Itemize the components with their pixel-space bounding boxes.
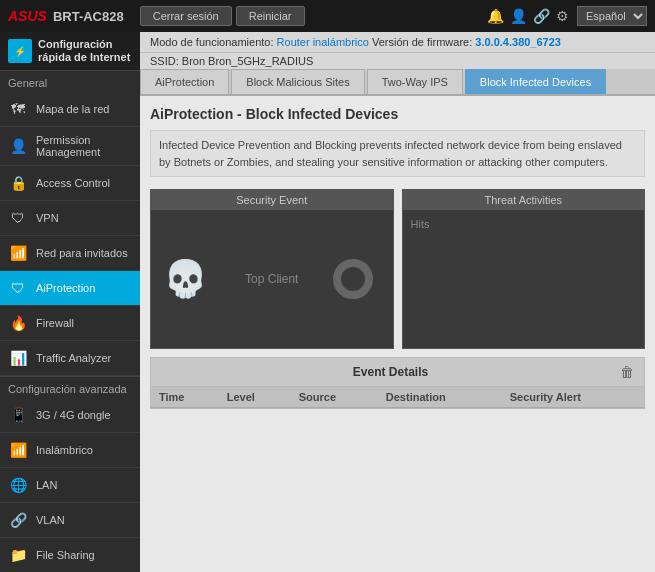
col-destination: Destination (378, 387, 502, 408)
tab-block-malicious[interactable]: Block Malicious Sites (231, 69, 364, 94)
header: ASUS BRT-AC828 Cerrar sesión Reiniciar 🔔… (0, 0, 655, 32)
sidebar-item-label: Access Control (36, 177, 110, 189)
link-icon: 🔗 (533, 8, 550, 24)
col-security-alert: Security Alert (502, 387, 644, 408)
quick-setup-icon: ⚡ (8, 39, 32, 63)
mode-link[interactable]: Router inalámbrico (277, 36, 369, 48)
model-name: BRT-AC828 (53, 9, 124, 24)
sidebar-item-label: VLAN (36, 514, 65, 526)
col-time: Time (151, 387, 219, 408)
access-control-icon: 🔒 (8, 173, 28, 193)
wireless-icon: 📶 (8, 440, 28, 460)
event-details-panel: Event Details 🗑 Time Level Source Destin… (150, 357, 645, 409)
sidebar-item-label: Permission Management (36, 134, 132, 158)
aiprotection-icon: 🛡 (8, 278, 28, 298)
sidebar-item-label: VPN (36, 212, 59, 224)
network-map-icon: 🗺 (8, 99, 28, 119)
sidebar-item-label: Red para invitados (36, 247, 128, 259)
firmware-label: Versión de firmware: (372, 36, 475, 48)
advanced-section-label: Configuración avanzada (0, 376, 140, 398)
traffic-analyzer-icon: 📊 (8, 348, 28, 368)
page-description: Infected Device Prevention and Blocking … (150, 130, 645, 177)
general-section-label: General (0, 70, 140, 92)
page-title: AiProtection - Block Infected Devices (150, 106, 645, 122)
logout-button[interactable]: Cerrar sesión (140, 6, 232, 26)
firewall-icon: 🔥 (8, 313, 28, 333)
sidebar-item-label: Inalámbrico (36, 444, 93, 456)
quick-setup-link[interactable]: ⚡ Configuración rápida de Internet (0, 32, 140, 70)
sidebar-item-label: Traffic Analyzer (36, 352, 111, 364)
sidebar-item-3g-dongle[interactable]: 📱 3G / 4G dongle (0, 398, 140, 433)
col-level: Level (219, 387, 291, 408)
sidebar-item-vpn[interactable]: 🛡 VPN (0, 201, 140, 236)
sidebar-item-label: AiProtection (36, 282, 95, 294)
permission-icon: 👤 (8, 136, 28, 156)
security-event-header: Security Event (151, 190, 393, 210)
lan-icon: 🌐 (8, 475, 28, 495)
threat-activities-header: Threat Activities (403, 190, 645, 210)
sidebar-item-label: File Sharing (36, 549, 95, 561)
threat-activities-panel: Threat Activities Hits (402, 189, 646, 349)
asus-logo: ASUS (8, 8, 47, 24)
ssid-value: Bron Bron_5GHz_RADIUS (182, 55, 313, 67)
vpn-icon: 🛡 (8, 208, 28, 228)
event-table: Time Level Source Destination Security A… (151, 387, 644, 408)
clear-events-button[interactable]: 🗑 (620, 364, 634, 380)
sidebar-item-aiprotection[interactable]: 🛡 AiProtection (0, 271, 140, 306)
event-details-title: Event Details (161, 365, 620, 379)
header-icons: 🔔 👤 🔗 ⚙ (487, 8, 569, 24)
sidebar-item-traffic-analyzer[interactable]: 📊 Traffic Analyzer (0, 341, 140, 376)
event-details-header: Event Details 🗑 (151, 358, 644, 387)
firmware-version: 3.0.0.4.380_6723 (475, 36, 561, 48)
sidebar-item-guest-network[interactable]: 📶 Red para invitados (0, 236, 140, 271)
restart-button[interactable]: Reiniciar (236, 6, 305, 26)
guest-network-icon: 📶 (8, 243, 28, 263)
charts-row: Security Event 💀 Top Client Threat Activ… (150, 189, 645, 349)
ssid-label: SSID: (150, 55, 179, 67)
threat-activities-body: Hits (403, 210, 645, 348)
top-client-label: Top Client (245, 272, 298, 286)
sidebar-item-file-sharing[interactable]: 📁 File Sharing (0, 538, 140, 572)
3g-dongle-icon: 📱 (8, 405, 28, 425)
sidebar-item-vlan[interactable]: 🔗 VLAN (0, 503, 140, 538)
bell-icon: 🔔 (487, 8, 504, 24)
sidebar-item-access-control[interactable]: 🔒 Access Control (0, 166, 140, 201)
language-select[interactable]: Español (577, 6, 647, 26)
logo-area: ASUS BRT-AC828 (8, 8, 124, 24)
sidebar-item-network-map[interactable]: 🗺 Mapa de la red (0, 92, 140, 127)
col-source: Source (291, 387, 378, 408)
security-event-panel: Security Event 💀 Top Client (150, 189, 394, 349)
ssid-bar: SSID: Bron Bron_5GHz_RADIUS (140, 53, 655, 69)
tab-two-way-ips[interactable]: Two-Way IPS (367, 69, 463, 94)
settings-icon: ⚙ (556, 8, 569, 24)
sidebar-item-label: 3G / 4G dongle (36, 409, 111, 421)
tab-bar: AiProtection Block Malicious Sites Two-W… (140, 69, 655, 96)
header-buttons: Cerrar sesión Reiniciar (140, 6, 305, 26)
sidebar-item-label: Firewall (36, 317, 74, 329)
mode-bar: Modo de funcionamiento: Router inalámbri… (140, 32, 655, 53)
sidebar-item-permission[interactable]: 👤 Permission Management (0, 127, 140, 166)
security-event-body: 💀 Top Client (151, 210, 393, 348)
event-table-header: Time Level Source Destination Security A… (151, 387, 644, 408)
sidebar-item-wireless[interactable]: 📶 Inalámbrico (0, 433, 140, 468)
tab-aiprotection[interactable]: AiProtection (140, 69, 229, 94)
content-area: AiProtection - Block Infected Devices In… (140, 96, 655, 572)
tab-block-infected[interactable]: Block Infected Devices (465, 69, 606, 94)
sidebar-item-label: LAN (36, 479, 57, 491)
sidebar-item-firewall[interactable]: 🔥 Firewall (0, 306, 140, 341)
user-icon: 👤 (510, 8, 527, 24)
main-layout: ⚡ Configuración rápida de Internet Gener… (0, 32, 655, 572)
main-content: Modo de funcionamiento: Router inalámbri… (140, 32, 655, 572)
sidebar-item-lan[interactable]: 🌐 LAN (0, 468, 140, 503)
quick-setup-label: Configuración rápida de Internet (38, 38, 130, 64)
vlan-icon: 🔗 (8, 510, 28, 530)
sidebar: ⚡ Configuración rápida de Internet Gener… (0, 32, 140, 572)
mode-label: Modo de funcionamiento: (150, 36, 274, 48)
file-sharing-icon: 📁 (8, 545, 28, 565)
sidebar-item-label: Mapa de la red (36, 103, 109, 115)
skull-icon: 💀 (163, 258, 208, 300)
hits-label: Hits (411, 218, 430, 230)
donut-chart (333, 259, 373, 299)
